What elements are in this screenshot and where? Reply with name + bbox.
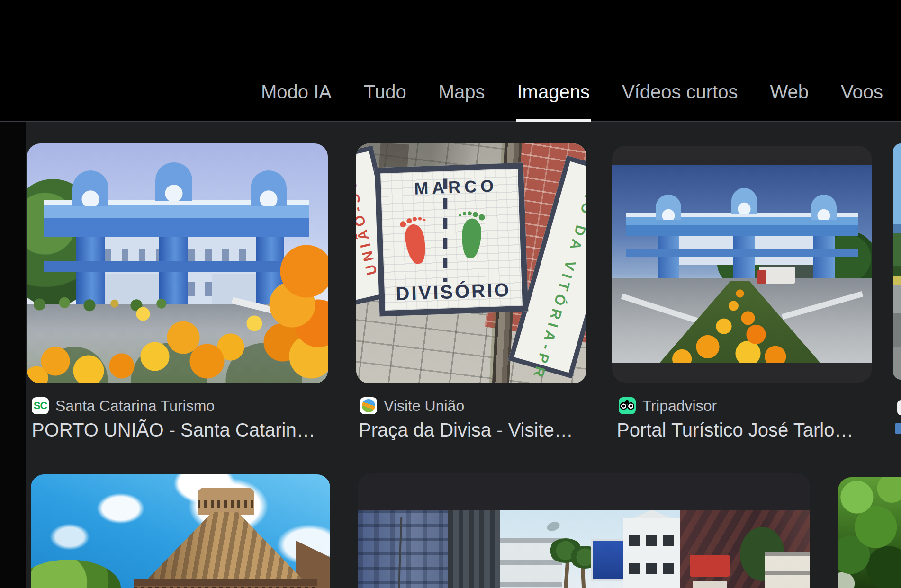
- result-image-city-street[interactable]: [358, 510, 810, 588]
- result-card-city-street[interactable]: [358, 473, 810, 588]
- photo4-cupola: [198, 488, 254, 515]
- mosaic-title-text: MARCO: [381, 175, 519, 200]
- santa-catarina-favicon-icon: SC: [32, 397, 49, 414]
- tab-label: Modo IA: [261, 81, 332, 102]
- result-title[interactable]: Portal Turístico José Tarlo…: [617, 419, 853, 441]
- result-image-porto-uniao-portal[interactable]: [27, 143, 328, 383]
- photo3-truck-cab: [757, 270, 766, 284]
- photo1-portal-arch: [155, 162, 192, 201]
- tripadvisor-owl-icon: [619, 397, 636, 414]
- tab-tudo[interactable]: Tudo: [364, 81, 406, 103]
- photo5-tower-windows: [629, 563, 675, 574]
- result-image-foliage[interactable]: [838, 477, 901, 588]
- result-source-row[interactable]: Visite União: [360, 397, 464, 415]
- tab-label: Imagens: [517, 81, 589, 102]
- result-source-name: Santa Catarina Turismo: [55, 397, 215, 415]
- photo1-portal-arch: [72, 170, 108, 206]
- photo5-tower-windows: [629, 535, 675, 546]
- tab-label: Voos: [841, 81, 883, 102]
- tab-modo-ia[interactable]: Modo IA: [261, 81, 332, 103]
- mosaic-subtitle-text: DIVISÓRIO: [384, 279, 522, 305]
- photo1-marigold-flowers: [27, 243, 328, 383]
- footprint-toes: [399, 221, 406, 228]
- results-tab-bar: Modo IA Tudo Maps Imagens Vídeos curtos …: [261, 80, 883, 104]
- tab-label: Maps: [439, 81, 485, 102]
- result-card-portal-jose-tarlo[interactable]: [612, 146, 872, 383]
- tab-maps[interactable]: Maps: [439, 81, 485, 103]
- mosaic-dashed-divider: [443, 178, 447, 282]
- tab-voos[interactable]: Voos: [841, 81, 883, 103]
- result-image-sliver[interactable]: [893, 143, 901, 380]
- result-source-name: Visite União: [384, 397, 464, 415]
- photo1-portal-arch: [251, 170, 287, 206]
- result-source-row[interactable]: Tripadvisor: [619, 397, 717, 415]
- result-title[interactable]: PORTO UNIÃO - Santa Catarin…: [32, 419, 315, 441]
- photo6-foliage-layers: [838, 477, 901, 588]
- footprint-sole: [461, 218, 482, 259]
- result-title[interactable]: Praça da Divisa - Visite…: [359, 419, 573, 441]
- tab-label: Tudo: [364, 81, 406, 102]
- result-source-name: Tripadvisor: [642, 397, 717, 415]
- photo3-portal-arch: [656, 195, 681, 220]
- tab-label: Vídeos curtos: [622, 81, 738, 102]
- tab-videos-curtos[interactable]: Vídeos curtos: [622, 81, 738, 103]
- tricolor-circle-icon: [362, 399, 375, 412]
- result-image-portal-distant[interactable]: [612, 165, 872, 363]
- google-images-results-page: Modo IA Tudo Maps Imagens Vídeos curtos …: [0, 0, 901, 588]
- green-footprint-icon: [457, 209, 486, 260]
- tab-web[interactable]: Web: [770, 81, 809, 103]
- photo3-portal-arch: [731, 188, 757, 214]
- photo7-sliver-layers: [893, 143, 901, 380]
- search-header: Modo IA Tudo Maps Imagens Vídeos curtos …: [0, 0, 901, 122]
- left-gutter: [0, 122, 26, 588]
- photo5-building-right: [765, 552, 810, 588]
- photo5-scaffold-tower: [448, 510, 500, 588]
- photo5-white-tower: [623, 518, 680, 588]
- favicon-sc-text: SC: [34, 400, 47, 412]
- photo4-eave-fringe: [134, 579, 317, 588]
- footprint-sole: [403, 223, 428, 265]
- photo5-blue-sign: [591, 539, 625, 581]
- sliver-favicon-icon: [897, 400, 901, 415]
- photo5-building-left: [358, 510, 448, 588]
- result-source-row[interactable]: SC Santa Catarina Turismo: [32, 397, 215, 415]
- result-image-gazebo[interactable]: [31, 474, 330, 588]
- tab-label: Web: [770, 81, 809, 102]
- photo5-white-sign: [693, 581, 727, 588]
- photo3-portal-arch: [811, 195, 837, 220]
- footprint-toes: [478, 214, 485, 221]
- active-tab-underline: [516, 119, 590, 122]
- visite-uniao-favicon-icon: [360, 397, 377, 414]
- tripadvisor-favicon-icon: [619, 397, 636, 414]
- photo2-mosaic-panel: MARCO DIVISÓRIO: [375, 163, 529, 317]
- photo3-portal-beam: [626, 249, 858, 257]
- photo5-red-sign: [690, 555, 730, 577]
- sliver-title-fragment: [895, 423, 901, 434]
- red-footprint-icon: [398, 214, 432, 267]
- tab-imagens[interactable]: Imagens: [517, 81, 589, 103]
- result-image-marco-divisorio[interactable]: UNIÃO-SC UNIÃO DA VITÓRIA-PR MARCO DIVIS…: [356, 143, 586, 383]
